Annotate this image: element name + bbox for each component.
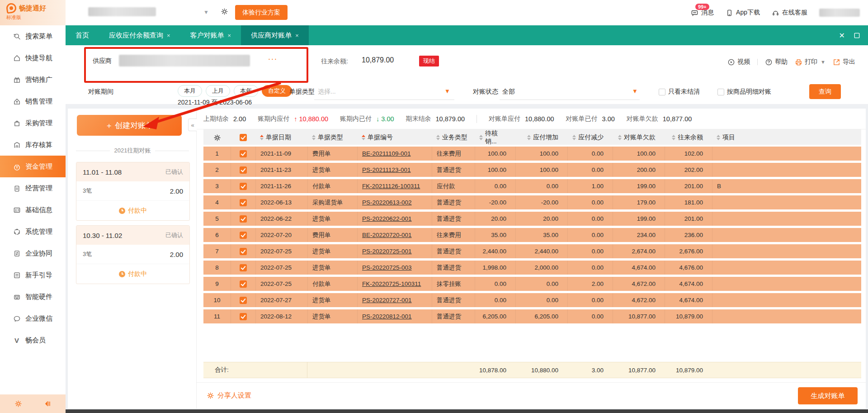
sort-carets-icon[interactable] (527, 133, 531, 142)
status-caret-icon[interactable]: ▼ (632, 88, 638, 95)
tab[interactable]: 应收应付余额查询 × (99, 25, 180, 45)
row-checkbox[interactable] (240, 280, 247, 288)
period-pill[interactable]: 本月 (178, 85, 202, 97)
row-checkbox[interactable] (240, 297, 247, 304)
doc-type-caret-icon[interactable]: ▼ (444, 88, 450, 95)
doc-type-select[interactable]: 选择... (318, 88, 336, 96)
print-dropdown-caret-icon[interactable]: ▼ (821, 59, 826, 65)
sort-carets-icon[interactable] (362, 133, 365, 142)
supplier-value-blurred[interactable] (119, 55, 250, 66)
export-button[interactable]: 导出 (833, 58, 855, 66)
share-settings-button[interactable]: 分享人设置 (207, 391, 251, 400)
doc-number-link[interactable]: PS-20220725-001 (362, 248, 412, 255)
tab[interactable]: 首页 (66, 25, 99, 45)
tab-close-icon[interactable]: × (228, 32, 231, 39)
query-button[interactable]: 查询 (809, 84, 841, 99)
doc-number-link[interactable]: PS-20220812-001 (362, 313, 412, 320)
sort-carets-icon[interactable] (312, 133, 316, 142)
row-checkbox[interactable] (240, 232, 247, 239)
row-checkbox[interactable] (240, 248, 247, 255)
create-statement-button[interactable]: ＋ 创建对账单 (77, 115, 182, 136)
panel-collapse-icon[interactable]: « (188, 119, 197, 131)
sidebar-item-member[interactable]: V 畅会员 (0, 329, 66, 351)
sidebar-item-search[interactable]: 搜索菜单 (0, 25, 66, 47)
period-pill[interactable]: 上月 (206, 85, 230, 97)
messages-button[interactable]: 99+ 消息 (691, 9, 714, 17)
row-checkbox[interactable] (240, 166, 247, 174)
sidebar-item-guide[interactable]: 新手引导 (0, 264, 66, 286)
tab-close-icon[interactable]: × (167, 32, 170, 39)
sidebar-item-base-info[interactable]: 基础信息 (0, 199, 66, 221)
doc-number-link[interactable]: FK-20211126-100311 (362, 183, 420, 190)
by-product-detail-checkbox[interactable]: 按商品明细对账 (717, 88, 771, 96)
generate-statement-button[interactable]: 生成对账单 (798, 387, 858, 404)
sidebar-item-business[interactable]: 经营管理 (0, 177, 66, 199)
sidebar-item-funds[interactable]: 资金管理 (0, 156, 66, 177)
doc-number-link[interactable]: PS-20220622-001 (362, 215, 412, 222)
column-settings-gear-icon[interactable] (203, 129, 231, 146)
trial-plan-button[interactable]: 体验行业方案 (235, 5, 288, 20)
row-checkbox[interactable] (240, 264, 247, 271)
sidebar-collapse-icon[interactable] (43, 400, 51, 408)
company-dropdown-caret-icon[interactable]: ▼ (203, 9, 209, 15)
close-all-tabs-icon[interactable]: ✕ (839, 31, 845, 40)
settings-gear-icon[interactable] (221, 8, 228, 17)
sort-carets-icon[interactable] (260, 133, 264, 142)
tab-close-icon[interactable]: × (295, 32, 299, 39)
fullscreen-icon[interactable] (853, 32, 861, 39)
online-service-button[interactable]: 在线客服 (772, 9, 807, 17)
column-header[interactable]: 往来余额 (665, 129, 712, 146)
sort-carets-icon[interactable] (479, 133, 483, 142)
doc-number-link[interactable]: BE-20220720-001 (362, 232, 412, 238)
only-unsettled-checkbox[interactable]: 只看未结清 (659, 88, 700, 96)
sidebar-item-home[interactable]: 快捷导航 (0, 47, 66, 69)
sidebar-item-system[interactable]: 系统管理 (0, 221, 66, 242)
sort-carets-icon[interactable] (672, 133, 675, 142)
column-header[interactable]: 对账单欠款 (613, 129, 665, 146)
sidebar-item-sales[interactable]: 销售管理 (0, 90, 66, 112)
period-date-range[interactable]: 2021-11-09 至 2023-06-06 (178, 99, 252, 107)
column-header[interactable]: 待核销... (475, 129, 515, 146)
period-pill[interactable]: 自定义 (262, 85, 292, 97)
company-name-blurred[interactable] (88, 7, 156, 16)
tab[interactable]: 客户对账单 × (180, 25, 241, 45)
doc-number-link[interactable]: PS-20220727-001 (362, 297, 412, 304)
tab[interactable]: 供应商对账单 × (241, 25, 309, 45)
doc-number-link[interactable]: PS-20211123-001 (362, 166, 411, 173)
sort-carets-icon[interactable] (436, 133, 440, 142)
sidebar-item-inventory[interactable]: 库存核算 (0, 134, 66, 156)
sidebar-item-hardware[interactable]: 智能硬件 (0, 286, 66, 308)
sidebar-settings-gear-icon[interactable] (14, 400, 22, 408)
doc-number-link[interactable]: FK-20220725-100311 (362, 280, 421, 287)
column-header[interactable]: 应付减少 (567, 129, 613, 146)
reconciliation-card[interactable]: 10.30 - 11.02 已确认 3笔 2.00 付款中 (76, 225, 190, 284)
row-checkbox[interactable] (240, 150, 247, 157)
column-header[interactable]: 单据编号 (357, 129, 432, 146)
sort-carets-icon[interactable] (717, 133, 720, 142)
column-header[interactable]: 单据类型 (307, 129, 357, 146)
sort-carets-icon[interactable] (618, 133, 622, 142)
supplier-more-button[interactable]: ... (268, 52, 278, 62)
column-header[interactable]: 应付增加 (515, 129, 567, 146)
video-button[interactable]: 视频 (727, 58, 750, 66)
doc-number-link[interactable]: BE-20211109-001 (362, 150, 411, 157)
period-pill[interactable]: 本年 (234, 85, 258, 97)
doc-number-link[interactable]: PS-20220725-003 (362, 264, 412, 271)
doc-number-link[interactable]: PS-20220613-002 (362, 199, 412, 206)
sidebar-item-wechat[interactable]: 企业微信 (0, 308, 66, 329)
status-select[interactable]: 全部 (502, 88, 515, 96)
sidebar-item-collaboration[interactable]: 企业协同 (0, 242, 66, 264)
column-header[interactable]: 业务类型 (432, 129, 475, 146)
row-checkbox[interactable] (240, 313, 247, 320)
column-header[interactable]: 项目 (712, 129, 861, 146)
sidebar-item-gift[interactable]: 营销推广 (0, 69, 66, 90)
row-checkbox[interactable] (240, 183, 247, 190)
sort-carets-icon[interactable] (572, 133, 576, 142)
row-checkbox[interactable] (240, 199, 247, 206)
print-button[interactable]: 打印 ▼ (795, 58, 826, 66)
app-download-button[interactable]: App下载 (726, 9, 760, 17)
select-all-checkbox[interactable] (231, 129, 255, 146)
help-button[interactable]: 帮助 (765, 58, 788, 66)
username-blurred[interactable] (819, 9, 860, 17)
row-checkbox[interactable] (240, 215, 247, 223)
